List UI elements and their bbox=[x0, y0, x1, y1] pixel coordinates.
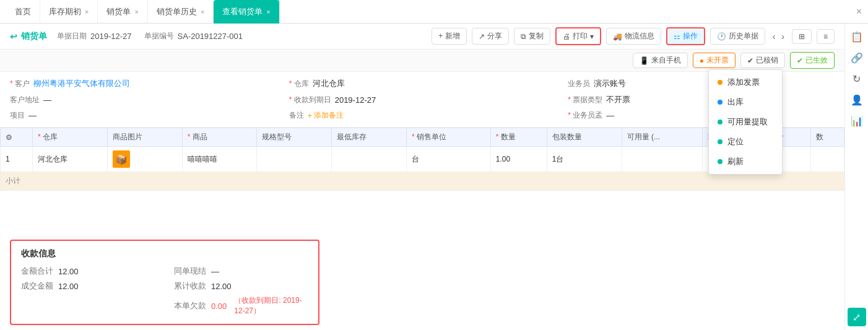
confirmed2-label: 已生效 bbox=[805, 55, 828, 66]
same-order-item: 同单现结 — bbox=[174, 266, 308, 277]
available-qty-item[interactable]: 可用量提取 bbox=[709, 112, 782, 132]
tab-sales-order[interactable]: 销货单 × bbox=[98, 0, 147, 24]
due-item: 本单欠款 0.00 （收款到期日: 2019-12-27） bbox=[174, 295, 308, 316]
outbound-item[interactable]: 出库 bbox=[709, 92, 782, 112]
confirmed-button[interactable]: ✔ 已生效 bbox=[790, 52, 835, 69]
tab-view-sales-label: 查看销货单 bbox=[222, 6, 263, 17]
nav-arrows: ‹ › bbox=[770, 30, 787, 43]
logistics-button[interactable]: 🚚 物流信息 bbox=[606, 28, 661, 45]
employee2-label: * 业务员孟 bbox=[568, 110, 602, 121]
list-view-icon: ≡ bbox=[823, 32, 828, 41]
history-button[interactable]: 🕐 历史单据 bbox=[710, 28, 765, 45]
tab-sales-history-label: 销货单历史 bbox=[157, 6, 197, 17]
locate-item[interactable]: 定位 bbox=[709, 132, 782, 152]
print-button[interactable]: 🖨 打印 ▾ bbox=[557, 28, 600, 44]
col-sales-unit: * 销售单位 bbox=[407, 128, 491, 147]
print-highlight-box: 🖨 打印 ▾ bbox=[555, 27, 601, 45]
due-value: 0.00 bbox=[211, 302, 227, 311]
from-mobile-button[interactable]: 📱 来自手机 bbox=[633, 53, 688, 68]
ops-icon: ⚏ bbox=[674, 32, 680, 41]
same-order-label: 同单现结 bbox=[174, 266, 206, 277]
sidebar-copy-icon[interactable]: 📋 bbox=[848, 27, 866, 46]
ops-highlight-box: ⚏ 操作 bbox=[666, 27, 705, 45]
due-note: （收款到期日: 2019-12-27） bbox=[234, 295, 308, 316]
ops-button[interactable]: ⚏ 操作 bbox=[667, 28, 704, 44]
product-image: 📦 bbox=[113, 150, 130, 168]
customer-label: * 客户 bbox=[10, 79, 30, 89]
doc-title: ↩ 销货单 bbox=[10, 31, 47, 42]
doc-actions: + 新增 ↗ 分享 ⧉ 复制 🖨 打印 ▾ 🚚 bbox=[432, 27, 835, 45]
nav-next-button[interactable]: › bbox=[779, 30, 787, 43]
tab-sales-history-close[interactable]: × bbox=[201, 8, 204, 15]
new-button[interactable]: + 新增 bbox=[432, 28, 466, 45]
add-note-button[interactable]: + 添加备注 bbox=[308, 110, 344, 121]
warehouse-label: * 仓库 bbox=[289, 79, 309, 89]
summary-box: 收款信息 金额合计 12.00 同单现结 — 成交金额 12.00 累计收款 1… bbox=[10, 240, 319, 325]
row-warehouse: 河北仓库 bbox=[33, 147, 108, 172]
copy-button[interactable]: ⧉ 复制 bbox=[514, 28, 550, 45]
locate-dot bbox=[718, 139, 723, 144]
sidebar-chart-icon[interactable]: 📊 bbox=[848, 111, 866, 130]
sidebar-user-icon[interactable]: 👤 bbox=[848, 90, 866, 109]
col-avail-qty: 可用量 (... bbox=[622, 128, 703, 147]
total-payment-value: 12.00 bbox=[211, 282, 232, 291]
outbound-label: 出库 bbox=[727, 97, 744, 108]
summary-grid: 金额合计 12.00 同单现结 — 成交金额 12.00 累计收款 12.00 … bbox=[21, 266, 308, 316]
subtotal-row: 小计 bbox=[1, 172, 844, 191]
right-sidebar: 📋 🔗 ↻ 👤 📊 ⤢ bbox=[844, 24, 868, 330]
tab-view-sales-close[interactable]: × bbox=[266, 8, 270, 15]
col-pack-qty: 包装数量 bbox=[547, 128, 622, 147]
confirmed-icon: ✔ bbox=[797, 56, 803, 65]
grid-view-icon: ⊞ bbox=[799, 32, 805, 41]
col-product: * 商品 bbox=[182, 128, 257, 147]
tab-sales-order-close[interactable]: × bbox=[134, 8, 138, 15]
not-open-button[interactable]: ● 未开票 bbox=[693, 53, 736, 68]
col-min-stock: 最低库存 bbox=[332, 128, 407, 147]
amount-item: 金额合计 12.00 bbox=[21, 266, 155, 277]
from-mobile-label: 来自手机 bbox=[651, 55, 681, 66]
deal-amount-label: 成交金额 bbox=[21, 280, 53, 292]
row-avail-qty bbox=[622, 147, 703, 172]
confirm-button[interactable]: ✔ 已核销 bbox=[740, 53, 785, 68]
copy-icon: ⧉ bbox=[521, 32, 526, 41]
tab-inventory-init[interactable]: 库存期初 × bbox=[40, 0, 98, 24]
doc-meta: 单据日期 2019-12-27 单据编号 SA-20191227-001 bbox=[57, 31, 422, 41]
add-invoice-label: 添加发票 bbox=[727, 77, 760, 88]
row-num: 1 bbox=[1, 147, 33, 172]
col-settings[interactable]: ⚙ bbox=[1, 128, 33, 147]
window-close-button[interactable]: × bbox=[856, 6, 862, 17]
sub-action-bar: 📱 来自手机 ● 未开票 ✔ 已核销 ✔ 已生效 添加发票 bbox=[0, 50, 844, 72]
subtotal-label: 小计 bbox=[1, 172, 844, 191]
tab-sales-history[interactable]: 销货单历史 × bbox=[148, 0, 214, 24]
row-product: 嘻嘻嘻嘻 bbox=[182, 147, 257, 172]
sidebar-link-icon[interactable]: 🔗 bbox=[848, 48, 866, 67]
sidebar-expand-icon[interactable]: ⤢ bbox=[848, 308, 866, 326]
add-invoice-item[interactable]: 添加发票 bbox=[709, 72, 782, 92]
history-icon: 🕐 bbox=[717, 32, 726, 41]
amount-label: 金额合计 bbox=[21, 266, 53, 277]
customer-value[interactable]: 柳州粤港平安气体有限公司 bbox=[33, 78, 130, 89]
doc-date-value: 2019-12-27 bbox=[90, 32, 132, 41]
amount-value: 12.00 bbox=[58, 267, 79, 276]
row-extra bbox=[811, 147, 844, 172]
refresh-item[interactable]: 刷新 bbox=[709, 152, 782, 172]
tab-home[interactable]: 首页 bbox=[6, 0, 40, 24]
doc-number-field: 单据编号 SA-20191227-001 bbox=[144, 31, 243, 41]
sidebar-refresh-icon[interactable]: ↻ bbox=[848, 69, 866, 88]
row-qty: 1.00 bbox=[490, 147, 547, 172]
customer-field: * 客户 柳州粤港平安气体有限公司 bbox=[10, 78, 277, 89]
due-label: 本单欠款 bbox=[174, 300, 206, 311]
print-icon: 🖨 bbox=[563, 32, 570, 41]
nav-prev-button[interactable]: ‹ bbox=[770, 30, 778, 43]
payment-date-value: 2019-12-27 bbox=[335, 95, 376, 105]
tab-view-sales[interactable]: 查看销货单 × bbox=[214, 0, 279, 24]
tab-inventory-init-close[interactable]: × bbox=[85, 8, 89, 15]
list-view-button[interactable]: ≡ bbox=[817, 29, 835, 44]
note-label: 备注 bbox=[289, 110, 304, 121]
address-value: — bbox=[43, 95, 51, 105]
grid-view-button[interactable]: ⊞ bbox=[792, 29, 812, 44]
row-pack-qty: 1台 bbox=[547, 147, 622, 172]
not-open-label: 未开票 bbox=[706, 55, 729, 66]
ticket-type-field: * 票据类型 不开票 bbox=[568, 94, 835, 105]
share-button[interactable]: ↗ 分享 bbox=[472, 28, 509, 45]
